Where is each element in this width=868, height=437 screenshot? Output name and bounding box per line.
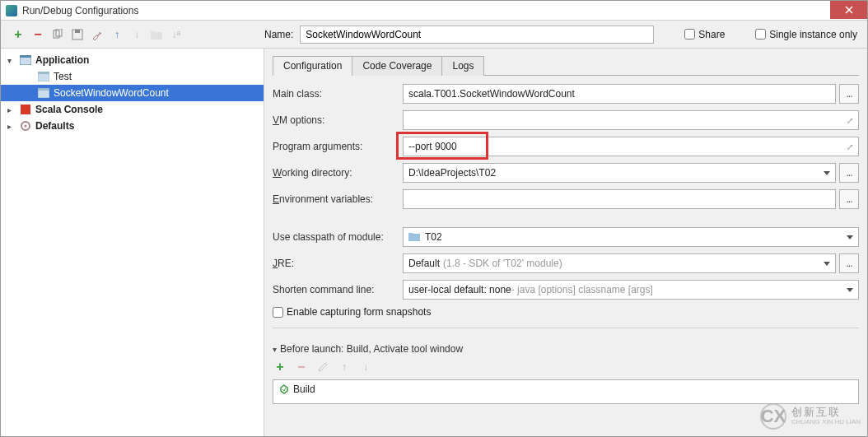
name-input[interactable] xyxy=(300,26,654,44)
svg-rect-10 xyxy=(21,105,30,114)
name-label: Name: xyxy=(264,29,293,40)
classpath-value: T02 xyxy=(425,231,442,243)
toolbar-right: Name: Share Single instance only xyxy=(264,26,867,44)
copy-icon xyxy=(52,29,63,40)
move-up-button[interactable]: ↑ xyxy=(110,27,124,42)
pencil-icon xyxy=(318,362,328,372)
move-down-button[interactable]: ↓ xyxy=(129,27,144,42)
main-class-browse-button[interactable]: ... xyxy=(839,84,859,104)
copy-config-button[interactable] xyxy=(50,27,65,42)
content-area: Configuration Code Coverage Logs Main cl… xyxy=(264,49,867,436)
before-launch-list[interactable]: Build xyxy=(273,379,859,404)
main-class-value: scala.T001.SocketWindowWordCount xyxy=(408,88,575,100)
tab-configuration[interactable]: Configuration xyxy=(273,56,352,76)
application-icon xyxy=(37,87,50,99)
single-instance-checkbox[interactable] xyxy=(755,29,766,40)
tree-node-application[interactable]: ▾ Application xyxy=(1,52,264,68)
tree-node-scala-console[interactable]: ▸ Scala Console xyxy=(1,101,264,118)
tree-label: Defaults xyxy=(35,120,74,132)
watermark: CX 创新互联 CHUANG XIN HU LIAN xyxy=(760,403,861,430)
tabs: Configuration Code Coverage Logs xyxy=(273,55,859,76)
working-directory-label: Working directory: xyxy=(273,167,403,179)
watermark-text-py: CHUANG XIN HU LIAN xyxy=(791,419,861,426)
working-directory-value: D:\IdeaProjects\T02 xyxy=(408,167,496,179)
classpath-combo[interactable]: T02 xyxy=(403,227,859,247)
expand-icon: ▾ xyxy=(7,56,19,65)
share-checkbox[interactable] xyxy=(684,29,695,40)
title-bar: Run/Debug Configurations xyxy=(1,1,867,21)
window-title: Run/Debug Configurations xyxy=(22,5,862,16)
tab-logs[interactable]: Logs xyxy=(441,56,484,76)
tree-label: Application xyxy=(35,54,89,66)
jre-combo[interactable]: Default (1.8 - SDK of 'T02' module) xyxy=(403,253,836,273)
bl-edit-button[interactable] xyxy=(315,360,330,374)
svg-point-12 xyxy=(25,125,27,128)
separator xyxy=(273,328,859,328)
application-icon xyxy=(19,54,32,66)
tree-label: SocketWindowWordCount xyxy=(54,87,169,99)
application-icon xyxy=(37,71,50,82)
expand-icon: ▸ xyxy=(7,122,19,131)
before-launch-header[interactable]: ▾ Before launch: Build, Activate tool wi… xyxy=(273,343,859,355)
add-config-button[interactable]: + xyxy=(11,27,26,42)
close-icon xyxy=(845,6,853,14)
before-launch-title: Before launch: Build, Activate tool wind… xyxy=(280,343,463,355)
jre-browse-button[interactable]: ... xyxy=(839,253,859,273)
main-class-field[interactable]: scala.T001.SocketWindowWordCount xyxy=(403,84,836,104)
enable-snapshots-checkbox-wrap[interactable]: Enable capturing form snapshots xyxy=(273,306,431,318)
svg-rect-7 xyxy=(38,72,49,74)
environment-variables-label: Environment variables: xyxy=(273,193,403,205)
working-directory-field[interactable]: D:\IdeaProjects\T02 xyxy=(403,163,836,183)
bl-up-button[interactable]: ↑ xyxy=(337,360,352,374)
bl-remove-button[interactable]: − xyxy=(294,360,309,374)
gear-icon xyxy=(19,120,32,132)
working-directory-browse-button[interactable]: ... xyxy=(839,163,859,183)
sort-button[interactable]: ↓ª xyxy=(169,27,184,42)
vm-options-field[interactable]: ⤢ xyxy=(403,110,859,130)
enable-snapshots-checkbox[interactable] xyxy=(273,307,283,318)
tree-label: Scala Console xyxy=(35,104,103,115)
tree-node-defaults[interactable]: ▸ Defaults xyxy=(1,118,264,134)
environment-variables-field[interactable] xyxy=(403,189,836,209)
shorten-hint: - java [options] classname [args] xyxy=(511,284,653,295)
single-instance-label: Single instance only xyxy=(769,29,857,40)
wrench-button[interactable] xyxy=(90,27,105,42)
shorten-combo[interactable]: user-local default: none - java [options… xyxy=(403,280,859,300)
jre-hint: (1.8 - SDK of 'T02' module) xyxy=(443,258,562,269)
tree-node-test[interactable]: Test xyxy=(1,68,264,85)
program-arguments-label: Program arguments: xyxy=(273,141,403,152)
remove-config-button[interactable]: − xyxy=(30,27,45,42)
save-icon xyxy=(72,29,83,40)
jre-label: JRE: xyxy=(273,258,403,269)
build-icon xyxy=(278,384,290,395)
config-tree: ▾ Application Test SocketWindowWordCount… xyxy=(1,49,264,436)
before-launch-item-build[interactable]: Build xyxy=(278,384,315,395)
collapse-icon: ▾ xyxy=(273,345,277,354)
bl-add-button[interactable]: + xyxy=(273,360,287,374)
main-class-label: Main class: xyxy=(273,88,403,100)
app-icon xyxy=(6,5,17,16)
shorten-value: user-local default: none xyxy=(408,284,511,295)
vm-options-label: VM options: xyxy=(273,114,403,126)
form-area: Main class: scala.T001.SocketWindowWordC… xyxy=(273,76,859,412)
scala-icon xyxy=(19,104,32,115)
single-instance-checkbox-wrap[interactable]: Single instance only xyxy=(755,29,857,40)
expand-icon[interactable]: ⤢ xyxy=(847,116,853,125)
svg-rect-9 xyxy=(38,88,49,91)
share-checkbox-wrap[interactable]: Share xyxy=(684,29,725,40)
environment-variables-browse-button[interactable]: ... xyxy=(839,189,859,209)
shorten-label: Shorten command line: xyxy=(273,284,403,295)
enable-snapshots-label: Enable capturing form snapshots xyxy=(287,306,431,318)
bl-down-button[interactable]: ↓ xyxy=(358,360,373,374)
folder-button[interactable] xyxy=(149,27,164,42)
svg-rect-5 xyxy=(20,55,31,58)
close-button[interactable] xyxy=(830,1,867,19)
watermark-text-zh: 创新互联 xyxy=(791,407,861,418)
wrench-icon xyxy=(91,29,103,40)
tree-node-socketwindowwordcount[interactable]: SocketWindowWordCount xyxy=(1,85,264,101)
program-arguments-field[interactable]: --port 9000 ⤢ xyxy=(403,137,859,156)
save-config-button[interactable] xyxy=(70,27,85,42)
tab-code-coverage[interactable]: Code Coverage xyxy=(352,56,442,76)
expand-icon[interactable]: ⤢ xyxy=(847,142,853,151)
before-launch-item-label: Build xyxy=(293,384,315,395)
